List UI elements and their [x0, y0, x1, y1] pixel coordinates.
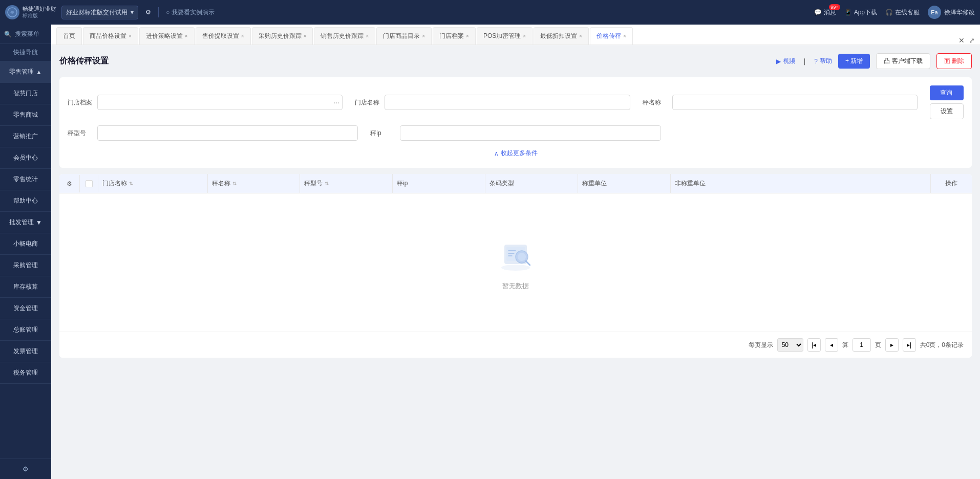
sidebar-item-tax[interactable]: 税务管理: [0, 362, 51, 384]
content-area: 首页 商品价格设置 × 进价策略设置 × 售价提取设置 × 采购历史价跟踪 × …: [51, 25, 980, 479]
header-checkbox[interactable]: [86, 180, 93, 187]
th-scale-name[interactable]: 秤名称 ⇅: [208, 174, 301, 193]
scale-ip-input[interactable]: [400, 125, 661, 141]
th-settings[interactable]: ⚙: [59, 175, 80, 192]
sidebar-item-marketing[interactable]: 营销推广: [0, 126, 51, 147]
tab-sale-history[interactable]: 销售历史价跟踪 ×: [314, 27, 375, 45]
scale-model-input[interactable]: [97, 125, 358, 141]
sidebar-item-wholesale[interactable]: 批发管理 ▼: [0, 212, 51, 233]
sidebar-item-inventory[interactable]: 库存核算: [0, 276, 51, 298]
last-page-icon: ▸|: [907, 341, 911, 349]
delete-button-label: 面 删除: [944, 57, 964, 66]
last-page-btn[interactable]: ▸|: [903, 338, 916, 352]
tab-purchase-strategy-close[interactable]: ×: [185, 33, 188, 39]
user-area[interactable]: Ea 徐泽华修改: [928, 6, 975, 19]
page-actions: ▶ 视频 ｜ ? 帮助 + 新增 凸 客户端下载 面 删除: [776, 53, 972, 69]
th-scale-model[interactable]: 秤型号 ⇅: [300, 174, 393, 193]
help-label: 帮助中心: [13, 197, 38, 205]
th-barcode-type: 条码类型: [485, 174, 578, 193]
add-button[interactable]: + 新增: [838, 54, 870, 69]
tab-store-catalog[interactable]: 门店商品目录 ×: [376, 27, 432, 45]
tab-pos-mgmt[interactable]: POS加密管理 ×: [477, 27, 532, 45]
tab-purchase-history[interactable]: 采购历史价跟踪 ×: [252, 27, 313, 45]
tab-purchase-history-label: 采购历史价跟踪: [259, 32, 302, 40]
sidebar-search[interactable]: 🔍 搜索菜单: [0, 25, 51, 44]
store-archive-icon[interactable]: ···: [334, 98, 340, 106]
tab-min-discount-close[interactable]: ×: [579, 33, 582, 39]
demo-link[interactable]: ○ 我要看实例演示: [166, 8, 215, 17]
sidebar-item-retail-stats[interactable]: 零售统计: [0, 169, 51, 190]
service-label: 在线客服: [895, 8, 920, 17]
sort-icon-store: ⇅: [129, 181, 133, 186]
th-checkbox[interactable]: [80, 175, 98, 192]
sidebar-item-retail-mall[interactable]: 零售商城: [0, 104, 51, 126]
th-store-name[interactable]: 门店名称 ⇅: [98, 174, 208, 193]
tab-purchase-history-close[interactable]: ×: [304, 33, 307, 39]
tab-price-scale[interactable]: 价格传秤 ×: [590, 27, 633, 45]
sidebar-item-smart-store[interactable]: 智慧门店: [0, 83, 51, 104]
sidebar-item-help[interactable]: 帮助中心: [0, 190, 51, 212]
tab-expand-icon[interactable]: ⤢: [969, 36, 975, 45]
tab-sale-history-close[interactable]: ×: [366, 33, 369, 39]
first-page-btn[interactable]: |◂: [807, 338, 821, 352]
sidebar-quicknav[interactable]: 快捷导航: [0, 44, 51, 61]
sidebar-item-mini-ecom[interactable]: 小畅电商: [0, 233, 51, 255]
settings-btn[interactable]: ⚙: [145, 9, 151, 16]
sidebar-item-finance[interactable]: 资金管理: [0, 298, 51, 319]
download-button[interactable]: 凸 客户端下载: [876, 53, 930, 69]
tab-pos-mgmt-close[interactable]: ×: [523, 33, 526, 39]
tab-store-catalog-close[interactable]: ×: [422, 33, 425, 39]
version-selector[interactable]: 好业财标准版交付试用 ▾: [61, 6, 138, 19]
service-btn[interactable]: 🎧 在线客服: [885, 8, 920, 17]
th-scale-label: 秤名称: [212, 179, 230, 188]
sidebar-item-retail-mgmt[interactable]: 零售管理 ▲: [0, 61, 51, 83]
page-input[interactable]: [853, 338, 871, 352]
smart-store-label: 智慧门店: [13, 89, 38, 98]
scale-ip-label: 秤ip: [370, 129, 396, 138]
th-weight-unit: 称重单位: [578, 174, 671, 193]
tab-commodity-price-label: 商品价格设置: [90, 32, 126, 40]
tab-min-discount[interactable]: 最低折扣设置 ×: [534, 27, 589, 45]
tab-sale-price[interactable]: 售价提取设置 ×: [196, 27, 251, 45]
th-ip-label: 秤ip: [397, 179, 408, 188]
finance-label: 资金管理: [13, 304, 38, 313]
sidebar-settings-btn[interactable]: ⚙: [0, 459, 51, 479]
invoice-label: 发票管理: [13, 347, 38, 356]
store-archive-input[interactable]: [97, 95, 343, 110]
sidebar-item-invoice[interactable]: 发票管理: [0, 341, 51, 362]
scale-name-input[interactable]: [672, 95, 918, 110]
tab-close-icon[interactable]: ✕: [958, 36, 965, 45]
tab-commodity-price[interactable]: 商品价格设置 ×: [83, 27, 138, 45]
empty-text: 暂无数据: [502, 281, 529, 291]
prev-page-btn[interactable]: ◂: [825, 338, 838, 352]
page-size-select[interactable]: 50 10 20 100: [777, 338, 803, 352]
tab-home[interactable]: 首页: [56, 27, 82, 45]
setup-button[interactable]: 设置: [930, 103, 964, 119]
message-icon: 💬: [814, 9, 822, 16]
store-name-input[interactable]: [385, 95, 630, 110]
sidebar-item-ledger[interactable]: 总账管理: [0, 319, 51, 341]
tab-commodity-price-close[interactable]: ×: [129, 33, 132, 39]
page-header: 价格传秤设置 ▶ 视频 ｜ ? 帮助 + 新增 凸 客户端下载: [59, 53, 972, 69]
message-badge: 99+: [829, 4, 840, 10]
mini-ecom-label: 小畅电商: [13, 239, 38, 248]
tab-price-scale-close[interactable]: ×: [623, 33, 626, 39]
tab-store-archive-close[interactable]: ×: [466, 33, 469, 39]
search-button[interactable]: 查询: [930, 85, 964, 100]
store-archive-label: 门店档案: [68, 98, 93, 107]
store-archive-input-wrap: ···: [97, 95, 343, 110]
tab-store-archive[interactable]: 门店档案 ×: [433, 27, 476, 45]
th-weight-label: 称重单位: [582, 179, 607, 188]
tab-sale-price-close[interactable]: ×: [241, 33, 244, 39]
gear-icon: ⚙: [145, 9, 151, 16]
message-btn[interactable]: 💬 消息 99+: [814, 8, 836, 17]
next-page-btn[interactable]: ▸: [885, 338, 899, 352]
help-link[interactable]: ? 帮助: [814, 57, 832, 66]
collapse-row[interactable]: ∧ 收起更多条件: [68, 147, 964, 160]
video-link[interactable]: ▶ 视频: [776, 57, 795, 66]
app-download-btn[interactable]: 📱 App下载: [844, 8, 877, 17]
tab-purchase-strategy[interactable]: 进价策略设置 ×: [139, 27, 195, 45]
sidebar-item-member[interactable]: 会员中心: [0, 147, 51, 169]
sidebar-item-purchase[interactable]: 采购管理: [0, 255, 51, 276]
delete-button[interactable]: 面 删除: [936, 53, 972, 69]
